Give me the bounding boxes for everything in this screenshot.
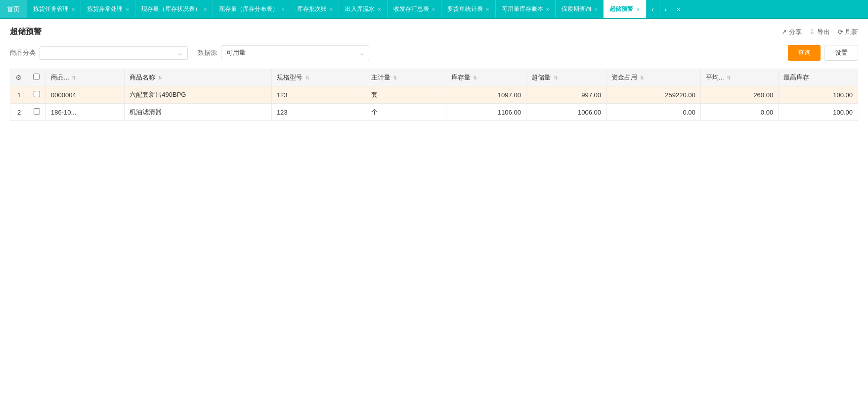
col-spec[interactable]: 规格型号 ⇅ — [271, 69, 366, 86]
close-icon-ky[interactable]: × — [546, 6, 549, 12]
header-actions: ↗ 分享 ⇩ 导出 ⟳ 刷新 — [781, 28, 858, 37]
row-select-checkbox-1[interactable] — [34, 108, 40, 115]
tab-label-yd: 要货单统计表 — [447, 5, 483, 13]
close-icon-xc1[interactable]: × — [204, 6, 207, 12]
row-product-name-1: 机油滤清器 — [125, 104, 272, 121]
product-category-filter: 商品分类 ⌵ — [10, 46, 188, 60]
col-stock[interactable]: 库存量 ⇅ — [446, 69, 526, 86]
nav-tab-sh[interactable]: 收发存汇总表 × — [388, 0, 441, 19]
nav-tab-cc[interactable]: 超储预警 × — [604, 0, 646, 19]
nav-tab-ck[interactable]: 出入库流水 × — [339, 0, 387, 19]
sort-icon-stock[interactable]: ⇅ — [473, 75, 477, 80]
row-avg-0: 260.00 — [700, 86, 778, 104]
col-capital[interactable]: 资金占用 ⇅ — [607, 69, 701, 86]
col-avg[interactable]: 平均... ⇅ — [700, 69, 778, 86]
col-spec-label: 规格型号 — [277, 74, 303, 81]
close-icon-sh[interactable]: × — [432, 6, 435, 12]
data-source-label: 数据源 — [198, 48, 217, 57]
row-checkbox-0[interactable] — [28, 86, 46, 104]
row-capital-1: 0.00 — [607, 104, 701, 121]
table-row: 2 186-10... 机油滤清器 123 个 1106.00 1006.00 … — [10, 104, 858, 121]
nav-arrow-more[interactable]: × — [672, 0, 685, 19]
nav-tab-xc2[interactable]: 现存量（库存分布表） × — [213, 0, 291, 19]
tab-label-jh: 拣货任务管理 — [33, 5, 69, 13]
settings-button[interactable]: 设置 — [825, 45, 858, 61]
share-icon: ↗ — [781, 28, 787, 36]
close-icon-jh[interactable]: × — [72, 6, 75, 12]
row-checkbox-1[interactable] — [28, 104, 46, 121]
close-icon-yd[interactable]: × — [486, 6, 489, 12]
col-product-code-label: 商品... — [51, 74, 69, 81]
nav-tab-bz[interactable]: 保质期查询 × — [556, 0, 604, 19]
share-button[interactable]: ↗ 分享 — [781, 28, 802, 37]
row-num-0: 1 — [10, 86, 28, 104]
row-unit-1: 个 — [366, 104, 446, 121]
row-max-stock-0: 100.00 — [779, 86, 858, 104]
col-unit[interactable]: 主计量 ⇅ — [366, 69, 446, 86]
row-product-name-0: 六配套新昌490BPG — [125, 86, 272, 104]
product-category-select[interactable]: ⌵ — [40, 46, 188, 60]
refresh-button[interactable]: ⟳ 刷新 — [838, 28, 858, 37]
tab-label-kc: 库存批次账 — [297, 5, 327, 13]
table-row: 1 0000004 六配套新昌490BPG 123 套 1097.00 997.… — [10, 86, 858, 104]
row-overstock-1: 1006.00 — [526, 104, 606, 121]
gear-icon[interactable]: ⚙ — [15, 74, 22, 81]
close-icon-kc[interactable]: × — [330, 6, 333, 12]
refresh-icon: ⟳ — [838, 28, 843, 36]
col-stock-label: 库存量 — [451, 74, 471, 81]
sort-icon-overstock[interactable]: ⇅ — [554, 75, 558, 80]
col-gear[interactable]: ⚙ — [10, 69, 28, 86]
col-checkbox — [28, 69, 46, 86]
close-icon-ck[interactable]: × — [378, 6, 381, 12]
tab-label-xc1: 现存量（库存状况表） — [141, 5, 201, 13]
col-overstock[interactable]: 超储量 ⇅ — [526, 69, 606, 86]
nav-tab-home[interactable]: 首页 — [0, 0, 27, 19]
col-product-name[interactable]: 商品名称 ⇅ — [125, 69, 272, 86]
col-overstock-label: 超储量 — [531, 74, 551, 81]
nav-tab-kc[interactable]: 库存批次账 × — [291, 0, 339, 19]
share-label: 分享 — [789, 28, 802, 37]
col-max-stock[interactable]: 最高库存 — [779, 69, 858, 86]
row-overstock-0: 997.00 — [526, 86, 606, 104]
row-capital-0: 259220.00 — [607, 86, 701, 104]
data-source-select[interactable]: 可用量 ⌵ — [221, 45, 369, 60]
row-select-checkbox-0[interactable] — [34, 91, 40, 97]
chevron-down-icon: ⌵ — [178, 49, 182, 57]
top-navigation: 首页 拣货任务管理 × 拣货异常处理 × 现存量（库存状况表） × 现存量（库存… — [0, 0, 868, 19]
nav-arrow-right[interactable]: › — [659, 0, 672, 19]
close-icon-bz[interactable]: × — [594, 6, 597, 12]
sort-icon-unit[interactable]: ⇅ — [393, 75, 397, 80]
col-avg-label: 平均... — [706, 74, 724, 81]
sort-icon-name[interactable]: ⇅ — [158, 75, 162, 80]
chevron-down-icon-2: ⌵ — [360, 49, 364, 57]
select-all-checkbox[interactable] — [33, 74, 40, 80]
filter-buttons: 查询 设置 — [788, 45, 858, 61]
sort-icon-capital[interactable]: ⇅ — [640, 75, 644, 80]
nav-tab-xc1[interactable]: 现存量（库存状况表） × — [135, 0, 213, 19]
tab-label-ky: 可用量库存账本 — [502, 5, 543, 13]
nav-tab-jc[interactable]: 拣货异常处理 × — [81, 0, 135, 19]
export-button[interactable]: ⇩ 导出 — [810, 28, 830, 37]
page-header: 超储预警 ↗ 分享 ⇩ 导出 ⟳ 刷新 — [10, 27, 858, 37]
product-category-label: 商品分类 — [10, 48, 36, 57]
query-button[interactable]: 查询 — [788, 45, 821, 61]
close-icon-xc2[interactable]: × — [281, 6, 284, 12]
close-icon-jc[interactable]: × — [126, 6, 129, 12]
nav-tab-jh[interactable]: 拣货任务管理 × — [27, 0, 81, 19]
tab-label-cc: 超储预警 — [609, 5, 633, 13]
export-icon: ⇩ — [810, 28, 815, 36]
sort-icon-code[interactable]: ⇅ — [72, 75, 76, 80]
sort-icon-avg[interactable]: ⇅ — [727, 75, 731, 80]
col-product-code[interactable]: 商品... ⇅ — [46, 69, 125, 86]
col-product-name-label: 商品名称 — [130, 74, 155, 81]
nav-tab-yd[interactable]: 要货单统计表 × — [441, 0, 495, 19]
nav-tab-ky[interactable]: 可用量库存账本 × — [496, 0, 556, 19]
close-icon-cc[interactable]: × — [636, 6, 639, 12]
tab-label-jc: 拣货异常处理 — [87, 5, 123, 13]
nav-arrow-left[interactable]: ‹ — [646, 0, 659, 19]
sort-icon-spec[interactable]: ⇅ — [305, 75, 309, 80]
col-max-stock-label: 最高库存 — [783, 74, 809, 81]
tab-label-ck: 出入库流水 — [345, 5, 375, 13]
data-source-value: 可用量 — [226, 48, 246, 57]
row-product-code-0: 0000004 — [46, 86, 125, 104]
